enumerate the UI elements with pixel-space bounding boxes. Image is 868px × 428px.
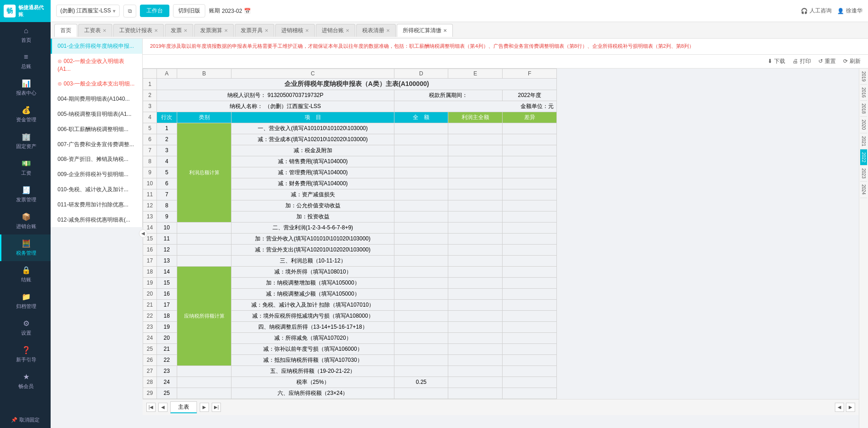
period-display: 账期 2023-02 📅: [209, 7, 251, 15]
tab-purchase-ledger-close[interactable]: ✕: [346, 28, 349, 33]
sheet-main[interactable]: A B C D E F 1 企业所: [143, 68, 859, 428]
tab-payroll-stats[interactable]: 工资统计报表 ✕: [113, 24, 164, 37]
year-2016[interactable]: 2016: [860, 85, 867, 101]
company-selector[interactable]: (勿删) 江西服宝-LSS ▾: [56, 5, 120, 17]
sub-nav-010-label: 010-免税、减计收入及加计...: [58, 186, 128, 193]
tab-payroll-close[interactable]: ✕: [103, 28, 106, 33]
member-icon: ★: [23, 372, 29, 381]
sub-nav-006[interactable]: 006-职工薪酬纳税调整明细...: [51, 122, 142, 137]
year-2023[interactable]: 2023: [860, 165, 867, 182]
sub-nav-010[interactable]: 010-免税、减计收入及加计...: [51, 182, 142, 197]
copy-btn[interactable]: ⧉: [123, 5, 136, 17]
sidebar-item-funds[interactable]: 💰 资金管理: [0, 101, 51, 128]
tab-tax-clear[interactable]: 税表清册 ✕: [356, 24, 396, 37]
reports-icon: 📊: [22, 79, 31, 88]
switch-button[interactable]: 切到旧版: [173, 4, 205, 17]
toolbar: ⬇ 下载 🖨 打印 ↺ 重置 ⟳ 刷新: [143, 55, 868, 68]
sheet-nav-last[interactable]: ▶|: [212, 403, 221, 412]
scroll-left-btn[interactable]: ◀: [835, 403, 844, 412]
user-btn[interactable]: 👤 徐逢华: [837, 7, 862, 15]
reset-btn[interactable]: ↺ 重置: [818, 57, 836, 65]
year-2022[interactable]: 2022: [860, 149, 867, 165]
tab-tax-clear-close[interactable]: ✕: [386, 28, 390, 33]
tab-invoice-calc[interactable]: 发票测算 ✕: [194, 24, 234, 37]
sub-nav-003[interactable]: 003-一般企业成本支出明细...: [51, 76, 142, 91]
right-panel: 2019年度涉及取以前年度填报数据的申报表单元格需要手工维护正确，才能保证本年及…: [143, 39, 868, 428]
table-row: 16 12 减：营业外支出(填写A102010\102020\103000): [143, 244, 557, 255]
sub-nav-011[interactable]: 011-研发费用加计扣除优惠...: [51, 197, 142, 212]
print-label: 打印: [800, 57, 811, 65]
col-f-header: F: [503, 68, 557, 78]
sheet-nav-first[interactable]: |◀: [146, 403, 156, 412]
sidebar-item-invoice[interactable]: 🧾 发票管理: [0, 181, 51, 208]
sidebar-item-guide[interactable]: ❓ 新手引导: [0, 341, 51, 368]
sheet-nav-next[interactable]: ▶: [200, 403, 209, 412]
sub-nav-007[interactable]: 007-广告费和业务宣传费调整...: [51, 137, 142, 152]
table-row: 5 1 利润总额计算 一、营业收入(填写A101010\101020\10300…: [143, 123, 557, 134]
sub-nav-001-label: 001-企业所得税年度纳税申报...: [58, 43, 134, 49]
sidebar-label-settings: 设置: [21, 330, 31, 337]
headset-icon: 🎧: [801, 8, 808, 14]
year-2024[interactable]: 2024: [860, 182, 867, 198]
tab-purchase-verify[interactable]: 进销稽核 ✕: [275, 24, 315, 37]
tab-income-tax-close[interactable]: ✕: [443, 28, 447, 33]
cancel-fixed-btn[interactable]: 📌 取消固定: [0, 412, 51, 428]
tab-invoice[interactable]: 发票 ✕: [165, 24, 193, 37]
print-btn[interactable]: 🖨 打印: [793, 57, 811, 65]
sheet-bottom: |◀ ◀ 主表 ▶ ▶| ◀ ▶: [143, 399, 859, 415]
sidebar-item-home[interactable]: ⌂ 首页: [0, 22, 51, 48]
sub-nav-001[interactable]: 001-企业所得税年度纳税申报...: [51, 39, 142, 54]
ai-assistant-label: 人工咨询: [810, 7, 832, 15]
tab-home[interactable]: 首页: [54, 24, 77, 37]
year-2019[interactable]: 2019: [860, 68, 867, 85]
sub-nav-003-label: 003-一般企业成本支出明细...: [64, 80, 134, 87]
tab-invoice-open-close[interactable]: ✕: [265, 28, 268, 33]
unit-cell: 金额单位：元: [394, 101, 556, 112]
tab-payroll[interactable]: 工资表 ✕: [78, 24, 112, 37]
sub-nav-008[interactable]: 008-资产折旧、摊销及纳税...: [51, 152, 142, 167]
tab-payroll-stats-close[interactable]: ✕: [154, 28, 158, 33]
sidebar-item-payroll[interactable]: 💵 工资: [0, 154, 51, 181]
tab-purchase-verify-close[interactable]: ✕: [305, 28, 309, 33]
tab-purchase-ledger[interactable]: 进销台账 ✕: [316, 24, 355, 37]
topbar: (勿删) 江西服宝-LSS ▾ ⧉ 工作台 切到旧版 账期 2023-02 📅 …: [51, 0, 868, 22]
refresh-btn[interactable]: ⟳ 刷新: [843, 57, 861, 65]
year-2021[interactable]: 2021: [860, 133, 867, 149]
sidebar-item-purchase[interactable]: 📦 进销台账: [0, 208, 51, 234]
table-row: 17 13 三、利润总额（10-11-12）: [143, 255, 557, 266]
workbench-button[interactable]: 工作台: [140, 5, 169, 17]
collapse-panel-btn[interactable]: ◀: [139, 229, 147, 238]
tax-icon: 🧮: [22, 239, 31, 248]
sidebar-item-ledger[interactable]: ≡ 总账: [0, 48, 51, 74]
invoice-icon: 🧾: [22, 186, 31, 194]
tab-invoice-close[interactable]: ✕: [184, 28, 187, 33]
sidebar-item-tax[interactable]: 🧮 税务管理: [0, 234, 51, 261]
tab-income-tax[interactable]: 所得税汇算清缴 ✕: [397, 24, 453, 37]
sub-nav-002[interactable]: 002-一般企业收入明细表(A1...: [51, 54, 142, 77]
sub-nav-012[interactable]: 012-减免所得税优惠明细表(...: [51, 212, 142, 228]
sheet-tab-main[interactable]: 主表: [170, 401, 197, 413]
table-row-meta1: 2 纳税人识别号： 91320500703719732P 税款所属期间： 202…: [143, 90, 557, 101]
main-area: (勿删) 江西服宝-LSS ▾ ⧉ 工作台 切到旧版 账期 2023-02 📅 …: [51, 0, 868, 428]
scroll-right-btn[interactable]: ▶: [846, 403, 855, 412]
year-2018[interactable]: 2018: [860, 101, 867, 117]
sidebar-item-archive[interactable]: 📁 归档管理: [0, 288, 51, 314]
tab-invoice-calc-close[interactable]: ✕: [224, 28, 228, 33]
sub-nav-009[interactable]: 009-企业所得税补亏损明细...: [51, 167, 142, 182]
spreadsheet-table: A B C D E F 1 企业所: [143, 68, 557, 399]
company-name: (勿删) 江西服宝-LSS: [60, 7, 111, 15]
download-btn[interactable]: ⬇ 下载: [768, 57, 785, 65]
tab-home-label: 首页: [60, 27, 71, 34]
tab-invoice-open[interactable]: 发票开具 ✕: [235, 24, 274, 37]
ai-assistant-btn[interactable]: 🎧 人工咨询: [801, 7, 832, 15]
sidebar-item-assets[interactable]: 🏢 固定资产: [0, 128, 51, 154]
sub-nav-004[interactable]: 004-期间费用明细表(A1040...: [51, 91, 142, 107]
sidebar-item-closing[interactable]: 🔒 结账: [0, 261, 51, 288]
year-2020[interactable]: 2020: [860, 117, 867, 133]
sidebar-item-member[interactable]: ★ 畅会员: [0, 368, 51, 394]
period-prefix: 账期: [209, 7, 220, 15]
sub-nav-005[interactable]: 005-纳税调整项目明细表(A1...: [51, 107, 142, 122]
sidebar-item-settings[interactable]: ⚙ 设置: [0, 314, 51, 341]
sheet-nav-prev[interactable]: ◀: [158, 403, 168, 412]
sidebar-item-reports[interactable]: 📊 报表中心: [0, 74, 51, 101]
